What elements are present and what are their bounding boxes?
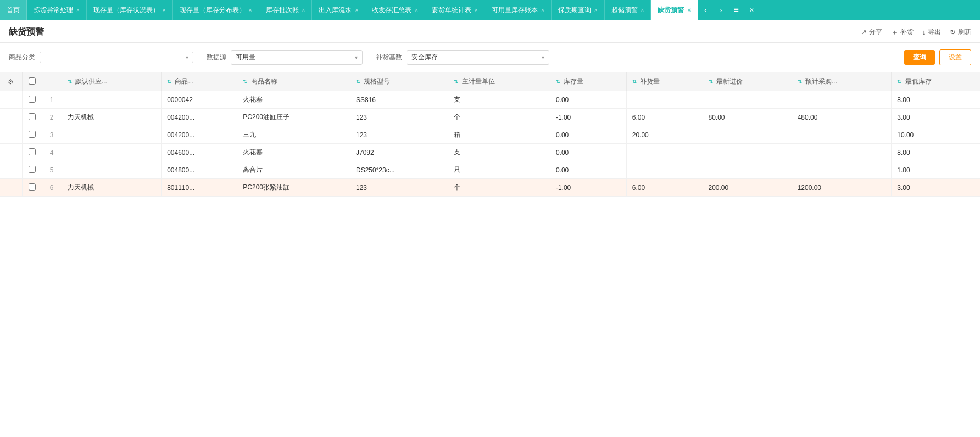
tab-next-btn[interactable]: ›: [713, 0, 728, 20]
share-button[interactable]: ↗ 分享: [861, 27, 882, 37]
cell-min-stock: 10.00: [892, 126, 980, 144]
cell-unit: 箱: [448, 126, 550, 144]
row-number: 3: [42, 126, 62, 144]
row-checkbox-cell[interactable]: [22, 91, 42, 109]
category-label: 商品分类: [9, 53, 35, 62]
tab-overstock-warning[interactable]: 超储预警 ×: [605, 0, 652, 20]
th-stock-qty[interactable]: ⇅ 库存量: [550, 72, 626, 91]
share-icon: ↗: [861, 28, 867, 36]
page-content: 缺货预警 ↗ 分享 ＋ 补货 ↓ 导出 ↻ 刷新 商品分类: [0, 20, 980, 437]
tab-abnormal[interactable]: 拣货异常处理 ×: [27, 0, 87, 20]
cell-latest-price: 80.00: [703, 109, 792, 126]
tab-inout-flow[interactable]: 出入库流水 ×: [312, 0, 365, 20]
tab-prev-btn[interactable]: ‹: [698, 0, 713, 20]
row-checkbox[interactable]: [29, 113, 36, 120]
row-checkbox[interactable]: [29, 148, 36, 155]
close-tab-batch-account[interactable]: ×: [302, 7, 305, 13]
tab-close-all-btn[interactable]: ×: [744, 0, 759, 20]
th-product-name[interactable]: ⇅ 商品名称: [237, 72, 350, 91]
settings-button[interactable]: 设置: [939, 49, 971, 65]
select-all-checkbox[interactable]: [29, 77, 36, 85]
th-spec-model[interactable]: ⇅ 规格型号: [350, 72, 448, 91]
close-tab-expiry-query[interactable]: ×: [594, 7, 598, 13]
row-checkbox[interactable]: [29, 131, 36, 138]
cell-product-name: PC200张紧油缸: [237, 179, 350, 197]
cell-min-stock: 1.00: [892, 161, 980, 179]
replenish-button[interactable]: ＋ 补货: [891, 27, 914, 37]
th-latest-price[interactable]: ⇅ 最新进价: [703, 72, 792, 91]
row-checkbox[interactable]: [29, 183, 36, 191]
cell-estimated-purchase: [792, 161, 892, 179]
close-tab-receive-summary[interactable]: ×: [415, 7, 418, 13]
cell-unit: 只: [448, 161, 550, 179]
tab-available-ledger[interactable]: 可用量库存账本 ×: [485, 0, 552, 20]
export-button[interactable]: ↓ 导出: [922, 27, 942, 37]
tab-receive-summary[interactable]: 收发存汇总表 ×: [365, 0, 425, 20]
close-tab-inventory-dist[interactable]: ×: [249, 7, 252, 13]
close-tab-available-ledger[interactable]: ×: [541, 7, 544, 13]
header-actions: ↗ 分享 ＋ 补货 ↓ 导出 ↻ 刷新: [861, 27, 972, 37]
row-checkbox-cell[interactable]: [22, 126, 42, 144]
tab-batch-account[interactable]: 库存批次账 ×: [259, 0, 313, 20]
th-min-stock[interactable]: ⇅ 最低库存: [892, 72, 980, 91]
close-tab-inout-flow[interactable]: ×: [355, 7, 358, 13]
cell-product-name: PC200油缸庄子: [237, 109, 350, 126]
close-tab-overstock-warning[interactable]: ×: [641, 7, 644, 13]
query-button[interactable]: 查询: [904, 50, 935, 65]
tab-shortage-warning[interactable]: 缺货预警 ×: [651, 0, 698, 20]
cell-replenish-qty: [626, 91, 703, 109]
tab-menu-btn[interactable]: ≡: [728, 0, 744, 20]
th-estimated-purchase[interactable]: ⇅ 预计采购...: [792, 72, 892, 91]
cell-product-name: 火花塞: [237, 91, 350, 109]
th-default-supplier[interactable]: ⇅ 默认供应...: [62, 72, 162, 91]
refresh-button[interactable]: ↻ 刷新: [950, 27, 971, 37]
row-checkbox-cell[interactable]: [22, 161, 42, 179]
tab-inventory-status[interactable]: 现存量（库存状况表） ×: [87, 0, 173, 20]
close-tab-abnormal[interactable]: ×: [76, 7, 80, 13]
th-product-code[interactable]: ⇅ 商品...: [162, 72, 237, 91]
cell-latest-price: [703, 91, 792, 109]
row-checkbox-cell[interactable]: [22, 179, 42, 197]
category-dropdown-icon: ▾: [186, 54, 188, 60]
cell-latest-price: [703, 126, 792, 144]
table-row: 4 004600... 火花塞 J7092 支 0.00 8.00: [0, 144, 980, 161]
cell-unit: 支: [448, 144, 550, 161]
cell-product-name: 三九: [237, 126, 350, 144]
close-tab-demand-stat[interactable]: ×: [475, 7, 478, 13]
replenish-basis-select[interactable]: 安全库存 ▾: [407, 50, 549, 65]
datasource-select-value: 可用量: [236, 53, 355, 62]
th-replenish-qty[interactable]: ⇅ 补货量: [626, 72, 703, 91]
cell-min-stock: 3.00: [892, 179, 980, 197]
th-unit[interactable]: ⇅ 主计量单位: [448, 72, 550, 91]
sort-icon-code: ⇅: [167, 79, 171, 85]
row-checkbox[interactable]: [29, 166, 36, 173]
cell-stock-qty: 0.00: [550, 91, 626, 109]
th-checkbox[interactable]: [22, 72, 42, 91]
gear-icon: ⚙: [8, 78, 14, 86]
th-gear[interactable]: ⚙: [0, 72, 22, 91]
close-tab-inventory-status[interactable]: ×: [163, 7, 166, 13]
replenish-basis-value: 安全库存: [411, 53, 542, 62]
row-number: 6: [42, 179, 62, 197]
table-row: 6 力天机械 801110... PC200张紧油缸 123 个 -1.00 6…: [0, 179, 980, 197]
filter-replenish-basis-group: 补货基数 安全库存 ▾: [376, 50, 549, 65]
cell-replenish-qty: 6.00: [626, 109, 703, 126]
sort-icon-supplier: ⇅: [68, 79, 72, 85]
row-checkbox-cell[interactable]: [22, 109, 42, 126]
close-tab-shortage-warning[interactable]: ×: [687, 7, 691, 13]
cell-spec-model: 123: [350, 109, 448, 126]
cell-estimated-purchase: [792, 144, 892, 161]
cell-replenish-qty: 6.00: [626, 179, 703, 197]
cell-stock-qty: 0.00: [550, 126, 626, 144]
cell-spec-model: SS816: [350, 91, 448, 109]
category-select[interactable]: ▾: [40, 52, 193, 63]
cell-estimated-purchase: [792, 126, 892, 144]
tab-inventory-dist[interactable]: 现存量（库存分布表） ×: [173, 0, 259, 20]
datasource-select[interactable]: 可用量 ▾: [231, 50, 363, 65]
row-checkbox[interactable]: [29, 96, 36, 103]
tab-expiry-query[interactable]: 保质期查询 ×: [552, 0, 605, 20]
row-checkbox-cell[interactable]: [22, 144, 42, 161]
cell-latest-price: [703, 161, 792, 179]
tab-home[interactable]: 首页: [0, 0, 27, 20]
tab-demand-stat[interactable]: 要货单统计表 ×: [425, 0, 485, 20]
